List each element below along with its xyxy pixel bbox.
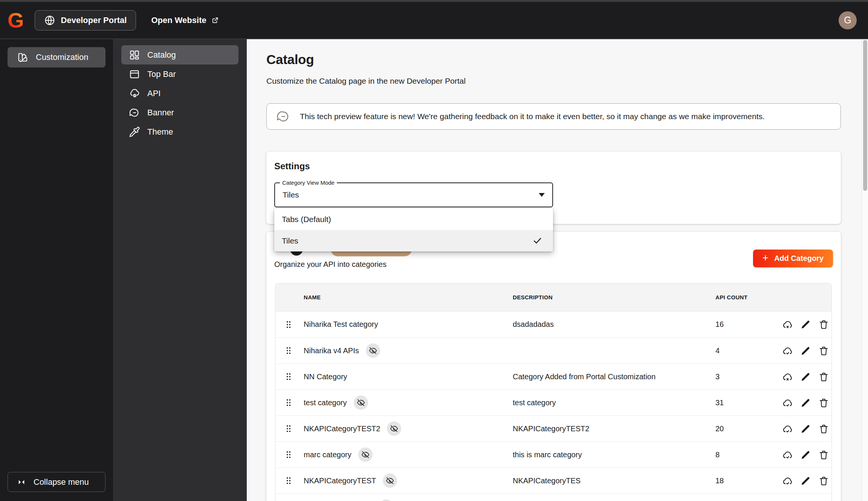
drag-handle[interactable] xyxy=(275,476,304,486)
category-api-count: 20 xyxy=(715,424,778,433)
subnav-item-catalog[interactable]: Catalog xyxy=(121,45,238,64)
customization-subnav: Catalog Top Bar API xyxy=(113,39,247,501)
eye-off-icon xyxy=(369,346,377,355)
message-bubble-icon xyxy=(129,107,140,118)
primary-sidebar: Customization Collapse menu xyxy=(0,39,113,501)
edit-pencil-icon[interactable] xyxy=(800,475,811,486)
subnav-item-theme[interactable]: Theme xyxy=(121,122,238,141)
notice-text: This tech preview feature is new! We're … xyxy=(300,112,765,121)
category-name: NN Category xyxy=(304,372,347,381)
developer-portal-button[interactable]: Developer Portal xyxy=(35,10,136,31)
publish-cloud-check-icon[interactable] xyxy=(782,449,793,460)
category-description: NKAPICategoryTES xyxy=(513,476,715,485)
unpublish-cloud-x-icon[interactable] xyxy=(782,319,793,330)
edit-pencil-icon[interactable] xyxy=(800,449,811,460)
feedback-message-icon xyxy=(276,109,290,124)
panel-top-icon xyxy=(129,69,140,80)
external-link-icon xyxy=(211,16,219,24)
column-header-api-count: API COUNT xyxy=(715,294,778,300)
sidebar-item-customization[interactable]: Customization xyxy=(8,47,105,67)
vertical-scrollbar[interactable] xyxy=(862,39,868,501)
publish-cloud-check-icon[interactable] xyxy=(782,475,793,486)
subnav-item-banner[interactable]: Banner xyxy=(121,103,238,122)
delete-trash-icon[interactable] xyxy=(818,371,829,382)
publish-cloud-check-icon[interactable] xyxy=(782,397,793,408)
categories-card: Organize your API into categories + Add … xyxy=(266,232,841,501)
drag-handle[interactable] xyxy=(275,398,304,408)
swatch-icon xyxy=(17,52,29,63)
category-description: NKAPICategoryTEST2 xyxy=(513,424,715,433)
hidden-category-badge xyxy=(358,447,373,462)
topbar: G Developer Portal Open Website G xyxy=(0,0,868,39)
drag-handle[interactable] xyxy=(275,320,304,329)
user-avatar[interactable]: G xyxy=(839,11,857,29)
drag-handle[interactable] xyxy=(275,450,304,460)
hidden-category-badge xyxy=(379,499,393,501)
app-layout: Customization Collapse menu Catalog xyxy=(0,39,868,501)
drag-handle[interactable] xyxy=(275,346,304,355)
table-row: NN Category Category Added from Portal C… xyxy=(275,363,831,389)
open-website-label: Open Website xyxy=(151,15,206,25)
hidden-category-badge xyxy=(387,421,401,436)
edit-pencil-icon[interactable] xyxy=(800,423,811,434)
table-header-row: NAME DESCRIPTION API COUNT xyxy=(275,283,831,311)
publish-cloud-check-icon[interactable] xyxy=(782,345,793,356)
cloud-gear-icon xyxy=(129,88,140,99)
delete-trash-icon[interactable] xyxy=(818,319,829,330)
plus-icon: + xyxy=(763,253,769,263)
delete-trash-icon[interactable] xyxy=(818,345,829,356)
table-row: Niharika v4 APIs 4 xyxy=(275,337,831,363)
table-row xyxy=(275,493,831,501)
sidebar-item-label: Customization xyxy=(36,52,88,62)
dropdown-option-tiles[interactable]: Tiles xyxy=(274,230,553,251)
delete-trash-icon[interactable] xyxy=(818,397,829,408)
gravitee-logo: G xyxy=(8,10,24,31)
delete-trash-icon[interactable] xyxy=(818,423,829,434)
column-header-description: DESCRIPTION xyxy=(513,294,715,300)
select-label: Category View Mode xyxy=(280,179,337,186)
subnav-item-top-bar[interactable]: Top Bar xyxy=(121,64,238,84)
category-description: dsadadadas xyxy=(513,320,715,329)
subnav-item-label: Top Bar xyxy=(147,69,176,79)
select-value: Tiles xyxy=(283,190,299,199)
categories-subtitle: Organize your API into categories xyxy=(274,260,412,269)
dropdown-option-tabs[interactable]: Tabs (Default) xyxy=(274,208,553,230)
open-website-link[interactable]: Open Website xyxy=(151,15,219,25)
eyedropper-icon xyxy=(129,126,140,138)
subnav-item-label: Theme xyxy=(147,127,173,137)
table-row: Niharika Test category dsadadadas 16 xyxy=(275,311,831,337)
collapse-menu-label: Collapse menu xyxy=(34,477,89,487)
table-row: marc category this is marc category 8 xyxy=(275,441,831,467)
category-api-count: 3 xyxy=(715,372,778,381)
drag-handle[interactable] xyxy=(275,424,304,434)
category-view-mode-select[interactable]: Category View Mode Tiles xyxy=(274,182,553,207)
subnav-item-label: Banner xyxy=(147,108,174,118)
publish-cloud-check-icon[interactable] xyxy=(782,423,793,434)
category-name: test category xyxy=(304,398,347,407)
subnav-item-label: API xyxy=(147,89,160,98)
unpublish-cloud-x-icon[interactable] xyxy=(782,371,793,382)
collapse-menu-button[interactable]: Collapse menu xyxy=(8,472,105,492)
category-api-count: 16 xyxy=(715,320,778,329)
eye-off-icon xyxy=(386,476,394,485)
add-category-button[interactable]: + Add Category xyxy=(753,250,833,267)
delete-trash-icon[interactable] xyxy=(818,449,829,460)
edit-pencil-icon[interactable] xyxy=(800,345,811,356)
category-view-mode-dropdown: Tabs (Default) Tiles xyxy=(274,208,553,251)
eye-off-icon xyxy=(390,424,398,433)
subnav-item-api[interactable]: API xyxy=(121,84,238,103)
hidden-category-badge xyxy=(354,395,368,410)
category-api-count: 31 xyxy=(715,398,778,407)
delete-trash-icon[interactable] xyxy=(818,475,829,486)
globe-icon xyxy=(44,15,55,26)
edit-pencil-icon[interactable] xyxy=(800,397,811,408)
drag-handle[interactable] xyxy=(275,372,304,381)
category-name: Niharika Test category xyxy=(304,320,378,329)
edit-pencil-icon[interactable] xyxy=(800,319,811,330)
scrollbar-thumb[interactable] xyxy=(863,40,867,191)
developer-portal-label: Developer Portal xyxy=(61,15,127,25)
category-api-count: 8 xyxy=(715,450,778,459)
caret-down-icon xyxy=(539,193,545,197)
edit-pencil-icon[interactable] xyxy=(800,371,811,382)
collapse-icon xyxy=(17,478,26,486)
